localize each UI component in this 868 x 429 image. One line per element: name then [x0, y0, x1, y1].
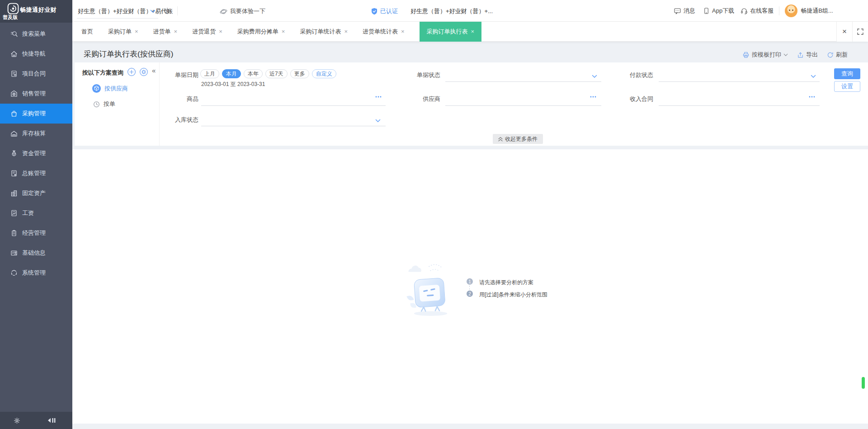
sidebar-settings-gear-icon[interactable]	[14, 417, 20, 424]
print-by-template-button[interactable]: 按模板打印	[742, 51, 788, 59]
messages-button[interactable]: 消息	[674, 7, 695, 15]
app-download-button[interactable]: App下载	[703, 7, 734, 15]
pay-status-input[interactable]	[659, 81, 820, 82]
planet-icon	[220, 8, 227, 15]
scheme-settings-icon[interactable]	[139, 67, 148, 76]
sidebar-item-operation[interactable]: 经营管理	[0, 223, 72, 243]
fullscreen-icon[interactable]	[852, 22, 868, 42]
add-scheme-icon[interactable]	[127, 67, 136, 76]
date-option-last-month[interactable]: 上月	[200, 69, 219, 78]
lookup-dots-icon[interactable]	[809, 96, 815, 98]
online-service-button[interactable]: 在线客服	[741, 7, 774, 15]
sales-icon	[10, 90, 18, 97]
try-experience-link[interactable]: 我要体验一下	[220, 7, 265, 15]
sidebar: 畅捷通好业财 普及版 搜索菜单 快捷导航 项目合同 销售管理 采购管理 库存核算	[0, 0, 72, 429]
tab-purchase-return[interactable]: 进货退货 ×	[192, 22, 222, 42]
double-chevron-up-icon	[498, 137, 503, 142]
tab-stock-in[interactable]: 进货单 ×	[153, 22, 178, 42]
app-name: 畅捷通好业财	[20, 6, 57, 14]
doc-status-input[interactable]	[445, 81, 601, 82]
date-range-value[interactable]: 2023-03-01 至 2023-03-31	[201, 81, 265, 88]
chevron-down-icon[interactable]	[375, 119, 381, 123]
sidebar-item-funds[interactable]: 资金管理	[0, 143, 72, 163]
shield-icon	[371, 8, 378, 15]
building-icon	[10, 190, 18, 197]
sidebar-item-sales[interactable]: 销售管理	[0, 84, 72, 104]
sidebar-menu: 搜索菜单 快捷导航 项目合同 销售管理 采购管理 库存核算 资金管理 总账管理	[0, 24, 72, 283]
field-label-date: 单据日期	[173, 71, 198, 79]
close-tab-icon[interactable]: ×	[135, 28, 138, 35]
sidebar-item-base-info[interactable]: 基础信息	[0, 243, 72, 263]
tabbar-actions: ×	[836, 22, 868, 42]
contract-icon	[10, 70, 18, 77]
close-tab-icon[interactable]: ×	[471, 28, 475, 35]
close-tab-icon[interactable]: ×	[219, 28, 222, 35]
payroll-icon	[10, 210, 18, 217]
field-label-pay-status: 付款状态	[628, 71, 653, 79]
date-option-last-7-days[interactable]: 近7天	[265, 69, 288, 78]
settings-button[interactable]: 设置	[834, 81, 860, 92]
lookup-dots-icon[interactable]	[590, 96, 596, 98]
sidebar-item-search-menu[interactable]: 搜索菜单	[0, 24, 72, 44]
collapse-more-filters[interactable]: 收起更多条件	[493, 134, 543, 144]
product-selector-underline	[77, 18, 158, 19]
sidebar-item-project-contract[interactable]: 项目合同	[0, 64, 72, 84]
income-contract-input[interactable]	[659, 105, 820, 106]
results-panel: 1 2 请先选择要分析的方案 用[过滤]条件来缩小分析范围	[72, 149, 868, 424]
chevron-down-icon	[783, 53, 788, 57]
tab-po-execution-active[interactable]: 采购订单执行表 ×	[420, 22, 482, 42]
inbound-status-input[interactable]	[201, 126, 386, 126]
lookup-dots-icon[interactable]	[375, 96, 382, 98]
product-selector[interactable]: 好生意（普）+好业财（普）+易代账	[78, 7, 173, 15]
sidebar-item-fixed-assets[interactable]: 固定资产	[0, 183, 72, 203]
sidebar-item-payroll[interactable]: 工资	[0, 203, 72, 223]
headset-icon	[741, 7, 748, 14]
export-button[interactable]: 导出	[797, 51, 818, 59]
scheme-item-by-supplier[interactable]: 按供应商	[92, 84, 128, 93]
sidebar-item-system[interactable]: 系统管理	[0, 263, 72, 283]
chevron-down-icon[interactable]	[150, 10, 156, 13]
collapse-panel-icon[interactable]: «	[152, 67, 156, 74]
tab-stockin-statistics[interactable]: 进货单统计表 ×	[363, 22, 405, 42]
home-icon	[10, 50, 18, 57]
certified-badge[interactable]: 已认证	[371, 7, 398, 15]
user-avatar[interactable]	[785, 5, 797, 17]
tab-purchase-order[interactable]: 采购订单 ×	[108, 22, 138, 42]
sidebar-item-quick-nav[interactable]: 快捷导航	[0, 44, 72, 64]
money-pouch-icon	[10, 150, 18, 157]
tab-expense-allocation[interactable]: 采购费用分摊单 ×	[237, 22, 285, 42]
chevron-down-icon[interactable]	[811, 75, 816, 78]
close-tab-icon[interactable]: ×	[401, 28, 405, 35]
purchase-bag-icon	[10, 110, 18, 117]
sidebar-item-purchase[interactable]: 采购管理	[0, 104, 72, 124]
gear-icon[interactable]	[164, 7, 171, 14]
step-connector	[469, 286, 470, 290]
page-toolbar: 按模板打印 导出 刷新	[742, 51, 848, 59]
close-tab-icon[interactable]: ×	[344, 28, 348, 35]
chevron-down-icon[interactable]	[592, 75, 597, 78]
date-option-this-year[interactable]: 本年	[244, 69, 263, 78]
scrollbar-thumb[interactable]	[862, 377, 865, 389]
tabbar: 首页 采购订单 × 进货单 × 进货退货 × 采购费用分摊单 × 采购订单统计表…	[72, 22, 868, 42]
collapse-sidebar-icon[interactable]	[47, 418, 57, 423]
close-tab-icon[interactable]: ×	[282, 28, 285, 35]
filter-form: 单据日期 上月 本月 本年 近7天 更多 自定义 2023-03-01 至 20…	[160, 62, 868, 146]
date-option-this-month[interactable]: 本月	[222, 69, 241, 78]
user-name[interactable]: 畅捷通B组...	[801, 7, 833, 15]
sidebar-item-inventory[interactable]: 库存核算	[0, 124, 72, 143]
sidebar-item-ledger[interactable]: 总账管理	[0, 163, 72, 183]
goods-input[interactable]	[201, 105, 386, 106]
scheme-item-by-order[interactable]: 按单	[93, 100, 115, 108]
tab-po-statistics[interactable]: 采购订单统计表 ×	[300, 22, 348, 42]
close-tab-icon[interactable]: ×	[174, 28, 178, 35]
tab-home[interactable]: 首页	[81, 22, 93, 42]
main-content: 采购订单执行表(按供应商) 按模板打印 导出 刷新 按以下方案查询 « 按供应商	[72, 42, 868, 429]
query-button[interactable]: 查询	[834, 68, 860, 79]
date-option-more[interactable]: 更多	[290, 69, 309, 78]
close-all-tabs-icon[interactable]: ×	[836, 22, 852, 42]
date-option-custom[interactable]: 自定义	[312, 69, 336, 78]
empty-state-illustration	[401, 259, 458, 317]
supplier-input[interactable]	[445, 105, 601, 106]
field-label-supplier: 供应商	[415, 95, 440, 103]
refresh-button[interactable]: 刷新	[827, 51, 848, 59]
